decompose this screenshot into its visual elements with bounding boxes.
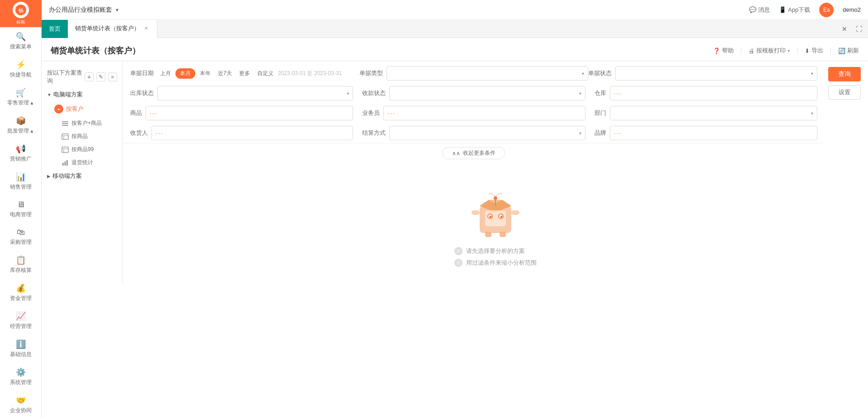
user-avatar[interactable]: Ea — [819, 3, 834, 17]
sidebar: 畅 标账 🔍 搜索菜单 ⚡ 快捷导航 🛒 零售管理 ▲ 📦 批发管理 ▲ 📢 营… — [0, 0, 42, 418]
app-download-button[interactable]: 📱 App下载 — [779, 6, 810, 14]
scheme-item-by-goods[interactable]: 按商品 — [42, 130, 123, 143]
sidebar-item-retail[interactable]: 🛒 零售管理 ▲ — [0, 83, 41, 111]
query-button[interactable]: 查询 — [828, 67, 861, 81]
top-header: 办公用品行业模拟账套 ▾ 💬 消息 📱 App下载 Ea demo2 — [42, 0, 868, 20]
page-content: 销货单统计表（按客户） ❓ 帮助 🖨 按模板打印 ▾ ⬇ 导出 — [42, 38, 868, 418]
empty-state: ① 请先选择要分析的方案 ② 用过滤条件来缩小分析范围 — [454, 181, 537, 267]
goods-select[interactable]: ··· — [146, 106, 353, 120]
sidebar-item-system[interactable]: ⚙️ 系统管理 — [0, 363, 41, 391]
tab-close-button[interactable]: ✕ — [142, 25, 150, 32]
department-filter: 部门 ▾ — [594, 106, 817, 120]
content-body: ① 请先选择要分析的方案 ② 用过滤条件来缩小分析范围 — [123, 163, 868, 285]
settlement-label: 结算方式 — [362, 129, 386, 137]
scheme-item-customer-goods-label: 按客户+商品 — [71, 119, 102, 127]
sidebar-item-sales[interactable]: 📊 销售管理 — [0, 167, 41, 195]
sidebar-item-search[interactable]: 🔍 搜索菜单 — [0, 27, 41, 55]
by-customer-icon: ● — [54, 104, 63, 114]
doc-status-select[interactable]: ▾ — [615, 66, 817, 81]
edit-icon: ✎ — [99, 74, 103, 80]
sidebar-item-sales-label: 销售管理 — [10, 183, 32, 191]
sidebar-item-marketing[interactable]: 📢 营销推广 — [0, 139, 41, 167]
tip-1-text: 请先选择要分析的方案 — [466, 247, 525, 255]
app-download-label: App下载 — [788, 6, 810, 14]
print-button[interactable]: 🖨 按模板打印 ▾ — [749, 47, 790, 55]
sidebar-item-enterprise[interactable]: 🤝 企业协同 — [0, 391, 41, 418]
sidebar-item-quick-nav[interactable]: ⚡ 快捷导航 — [0, 55, 41, 83]
date-filter-item: 单据日期 上月 本月 本年 近7天 更多 自定义 2023-03-01 至 20… — [130, 68, 359, 79]
date-btn-last-7[interactable]: 近7天 — [215, 69, 235, 78]
receiver-filter: 收货人 ··· — [130, 126, 353, 140]
scheme-collapse-button[interactable]: « — [108, 72, 117, 81]
desktop-category[interactable]: ▼ 电脑端方案 — [42, 88, 123, 101]
tab-sales-stats-label: 销货单统计表（按客户） — [75, 24, 140, 33]
help-button[interactable]: ❓ 帮助 — [713, 47, 734, 55]
tab-sales-stats[interactable]: 销货单统计表（按客户） ✕ — [68, 20, 157, 38]
empty-tip-2: ② 用过滤条件来缩小分析范围 — [454, 259, 537, 267]
sidebar-item-search-label: 搜索菜单 — [10, 43, 32, 51]
scheme-edit-button[interactable]: ✎ — [96, 72, 105, 81]
scheme-item-by-goods-label: 按商品 — [71, 133, 88, 140]
mobile-category-arrow: ▶ — [47, 174, 51, 179]
svg-rect-4 — [62, 125, 68, 126]
svg-rect-11 — [62, 163, 64, 166]
export-button[interactable]: ⬇ 导出 — [805, 47, 823, 55]
sales-icon: 📊 — [16, 172, 26, 182]
header-right: 💬 消息 📱 App下载 Ea demo2 — [749, 3, 861, 17]
logo[interactable]: 畅 标账 — [0, 0, 42, 27]
date-btn-custom[interactable]: 自定义 — [255, 69, 276, 78]
tip-num-1: ① — [454, 247, 462, 255]
date-options: 上月 本月 本年 近7天 更多 自定义 2023-03-01 至 2023-03… — [157, 68, 359, 79]
filter-fields: 单据日期 上月 本月 本年 近7天 更多 自定义 2023-03-01 至 20… — [123, 62, 825, 163]
settlement-select[interactable]: ▾ — [389, 126, 585, 140]
brand-label: 品牌 — [594, 129, 606, 137]
payment-status-select[interactable]: ▾ — [389, 86, 585, 100]
date-btn-more[interactable]: 更多 — [236, 69, 253, 78]
divider-1 — [741, 47, 741, 54]
by-goods-99-icon — [61, 146, 69, 153]
main-area: 办公用品行业模拟账套 ▾ 💬 消息 📱 App下载 Ea demo2 首页 — [42, 0, 868, 418]
sidebar-item-operations[interactable]: 📈 经营管理 — [0, 307, 41, 335]
doc-type-filter-item: 单据类型 ▾ — [359, 66, 589, 81]
sidebar-item-inventory[interactable]: 📋 库存核算 — [0, 251, 41, 279]
close-window-button[interactable]: ✕ — [839, 24, 850, 34]
sidebar-item-basic-info[interactable]: ℹ️ 基础信息 — [0, 335, 41, 363]
sidebar-item-ecommerce[interactable]: 🖥 电商管理 — [0, 195, 41, 223]
date-btn-this-year[interactable]: 本年 — [197, 69, 213, 78]
receiver-select[interactable]: ··· — [151, 126, 353, 140]
collapse-button[interactable]: ∧∧ 收起更多条件 — [443, 147, 505, 159]
stock-status-select[interactable]: ▾ — [157, 86, 353, 100]
page-actions: ❓ 帮助 🖨 按模板打印 ▾ ⬇ 导出 🔄 刷新 — [713, 47, 859, 55]
doc-type-select[interactable]: ▾ — [387, 66, 589, 81]
print-label: 按模板打印 — [756, 47, 786, 55]
app-name-dropdown[interactable]: ▾ — [116, 7, 118, 13]
collapse-up-icon: ∧∧ — [452, 150, 460, 157]
scheme-item-refund-stats[interactable]: 退货统计 — [42, 156, 123, 169]
scheme-add-button[interactable]: + — [85, 72, 94, 81]
department-select[interactable]: ▾ — [610, 106, 817, 120]
svg-rect-12 — [65, 162, 66, 166]
brand-select[interactable]: ··· — [610, 126, 817, 140]
scheme-item-by-goods-99[interactable]: 按商品99 — [42, 143, 123, 156]
sidebar-item-purchase[interactable]: 🛍 采购管理 — [0, 223, 41, 251]
scheme-item-by-customer-goods[interactable]: 按客户+商品 — [42, 117, 123, 130]
sidebar-item-finance[interactable]: 💰 资金管理 — [0, 279, 41, 307]
system-icon: ⚙️ — [16, 367, 26, 377]
salesperson-select[interactable]: ··· — [383, 106, 585, 120]
settlement-arrow-icon: ▾ — [579, 131, 581, 136]
maximize-window-button[interactable]: ⛶ — [854, 24, 864, 34]
header-left: 办公用品行业模拟账套 ▾ — [49, 6, 118, 14]
date-btn-last-month[interactable]: 上月 — [157, 69, 174, 78]
sidebar-item-quick-nav-label: 快捷导航 — [10, 71, 32, 79]
svg-point-18 — [490, 216, 492, 218]
svg-rect-22 — [472, 210, 480, 215]
warehouse-select[interactable]: ··· — [610, 86, 817, 100]
refresh-button[interactable]: 🔄 刷新 — [838, 47, 859, 55]
message-button[interactable]: 💬 消息 — [749, 6, 770, 14]
date-btn-this-month[interactable]: 本月 — [175, 68, 195, 79]
sidebar-item-wholesale[interactable]: 📦 批发管理 ▲ — [0, 111, 41, 139]
settings-button[interactable]: 设置 — [828, 85, 861, 100]
tab-home[interactable]: 首页 — [42, 20, 68, 38]
mobile-category[interactable]: ▶ 移动端方案 — [42, 169, 123, 183]
scheme-item-by-customer[interactable]: ● 按客户 — [42, 101, 123, 117]
